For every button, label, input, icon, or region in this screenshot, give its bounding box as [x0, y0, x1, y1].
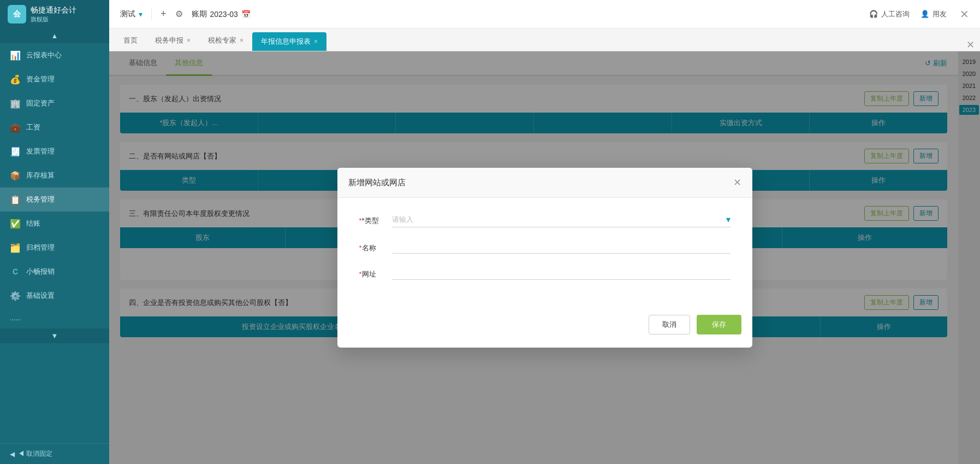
sidebar-item-inventory[interactable]: 📦 库存核算 — [0, 163, 109, 187]
payroll-icon: 💼 — [10, 122, 21, 133]
headset-icon: 🎧 — [869, 10, 878, 18]
calendar-icon[interactable]: 📅 — [241, 10, 251, 19]
invoice-icon: 🧾 — [10, 146, 21, 157]
tab-tax-inspect[interactable]: 税检专家 × — [199, 31, 252, 51]
type-input-wrap: ▾ — [392, 214, 730, 227]
tab-annual-report[interactable]: 年报信息申报表 × — [252, 32, 326, 51]
company-dropdown-icon: ▾ — [139, 10, 142, 19]
unpin-label: ◀ 取消固定 — [18, 449, 52, 459]
tax-icon: 📋 — [10, 194, 21, 205]
unpin-icon: ◀ — [10, 450, 15, 458]
modal-close-button[interactable]: ✕ — [733, 177, 741, 189]
tab-tax-declare-label: 税务申报 — [155, 36, 183, 45]
topbar-divider-1 — [151, 9, 152, 20]
more-label: ...... — [10, 314, 21, 322]
content-area: 基础信息 其他信息 ↺ 刷新 一、股东（发起人）出资情况 复制上年度 — [109, 51, 980, 464]
sidebar-item-report[interactable]: C 小畅报销 — [0, 260, 109, 284]
report-icon: C — [10, 266, 21, 277]
cloud-report-icon: 📊 — [10, 50, 21, 61]
tab-tax-inspect-close[interactable]: × — [240, 37, 243, 44]
form-row-type: **类型 ▾ — [359, 214, 730, 227]
modal-header: 新增网站或网店 ✕ — [337, 168, 752, 198]
sidebar-item-label: 库存核算 — [26, 171, 55, 180]
sidebar: 会 畅捷通好会计 旗舰版 ▲ 📊 云报表中心 💰 资金管理 🏢 固定资产 💼 工… — [0, 0, 109, 464]
save-button[interactable]: 保存 — [697, 315, 741, 334]
logo-icon: 会 — [8, 5, 26, 24]
sidebar-item-payroll[interactable]: 💼 工资 — [0, 115, 109, 139]
tab-annual-report-label: 年报信息申报表 — [261, 37, 311, 46]
gear-button[interactable]: ⚙ — [175, 9, 183, 19]
company-selector[interactable]: 测试 ▾ — [120, 9, 142, 19]
name-label-text: 名称 — [362, 244, 376, 252]
modal-title: 新增网站或网店 — [348, 178, 406, 188]
add-website-modal: 新增网站或网店 ✕ **类型 ▾ — [337, 168, 752, 348]
tab-annual-report-close[interactable]: × — [314, 38, 318, 45]
tab-home[interactable]: 首页 — [115, 31, 146, 51]
sidebar-item-fixed-assets[interactable]: 🏢 固定资产 — [0, 91, 109, 115]
sidebar-scroll-up[interactable]: ▲ — [0, 28, 109, 43]
name-input[interactable] — [392, 243, 730, 251]
url-label: *网址 — [359, 269, 392, 279]
user-menu[interactable]: 👤 用友 — [920, 9, 947, 19]
sidebar-item-settle[interactable]: ✅ 结账 — [0, 212, 109, 236]
tab-tax-declare[interactable]: 税务申报 × — [146, 31, 199, 51]
sidebar-nav: ▲ 📊 云报表中心 💰 资金管理 🏢 固定资产 💼 工资 🧾 发票管理 📦 库存… — [0, 28, 109, 443]
url-label-text: 网址 — [362, 270, 376, 278]
fund-icon: 💰 — [10, 74, 21, 85]
unpin-button[interactable]: ◀ ◀ 取消固定 — [0, 443, 109, 464]
consult-button[interactable]: 🎧 人工咨询 — [869, 9, 910, 19]
sidebar-item-label: 工资 — [26, 122, 40, 132]
sidebar-item-fund[interactable]: 💰 资金管理 — [0, 67, 109, 91]
sidebar-item-settings[interactable]: ⚙️ 基础设置 — [0, 284, 109, 308]
sidebar-item-label: 云报表中心 — [26, 50, 62, 60]
sidebar-item-more[interactable]: ...... — [0, 308, 109, 328]
settle-icon: ✅ — [10, 218, 21, 229]
inventory-icon: 📦 — [10, 170, 21, 181]
tab-tax-inspect-label: 税检专家 — [208, 36, 236, 45]
add-company-button[interactable]: + — [161, 8, 167, 20]
settings-icon: ⚙️ — [10, 290, 21, 301]
period-value: 2023-03 — [210, 10, 238, 19]
form-row-name: *名称 — [359, 243, 730, 254]
cancel-button[interactable]: 取消 — [649, 315, 690, 334]
type-input[interactable] — [392, 215, 726, 224]
sidebar-item-label: 发票管理 — [26, 146, 55, 156]
sidebar-item-label: 基础设置 — [26, 291, 55, 301]
sidebar-item-tax[interactable]: 📋 税务管理 — [0, 187, 109, 212]
sidebar-item-invoice[interactable]: 🧾 发票管理 — [0, 139, 109, 163]
tab-home-label: 首页 — [123, 36, 138, 45]
type-label: **类型 — [359, 216, 392, 226]
logo-text: 畅捷通好会计 旗舰版 — [31, 5, 76, 23]
name-input-wrap — [392, 243, 730, 254]
period-display: 账期 2023-03 📅 — [192, 9, 251, 19]
period-label: 账期 — [192, 9, 207, 19]
sidebar-scroll-down[interactable]: ▼ — [0, 328, 109, 343]
user-icon: 👤 — [920, 10, 929, 18]
sidebar-item-label: 固定资产 — [26, 98, 55, 108]
sidebar-item-label: 归档管理 — [26, 243, 55, 252]
main-area: 测试 ▾ + ⚙ 账期 2023-03 📅 🎧 人工咨询 👤 用友 ✕ 首页 — [109, 0, 980, 464]
modal-footer: 取消 保存 — [337, 306, 752, 348]
url-input[interactable] — [392, 269, 730, 277]
sidebar-item-label: 结账 — [26, 219, 40, 228]
close-all-tabs-button[interactable]: ✕ — [966, 39, 975, 51]
tab-tax-declare-close[interactable]: × — [187, 37, 191, 44]
url-input-wrap — [392, 269, 730, 280]
modal-body: **类型 ▾ *名称 — [337, 198, 752, 306]
company-name: 测试 — [120, 9, 135, 19]
sidebar-item-label: 小畅报销 — [26, 267, 55, 277]
tab-bar: 首页 税务申报 × 税检专家 × 年报信息申报表 × ✕ — [109, 28, 980, 51]
sidebar-logo: 会 畅捷通好会计 旗舰版 — [0, 0, 109, 28]
name-label: *名称 — [359, 243, 392, 253]
sidebar-item-archive[interactable]: 🗂️ 归档管理 — [0, 236, 109, 260]
form-row-url: *网址 — [359, 269, 730, 280]
sidebar-item-label: 税务管理 — [26, 195, 55, 204]
topbar: 测试 ▾ + ⚙ 账期 2023-03 📅 🎧 人工咨询 👤 用友 ✕ — [109, 0, 980, 28]
type-dropdown-arrow[interactable]: ▾ — [726, 214, 730, 225]
modal-overlay: 新增网站或网店 ✕ **类型 ▾ — [109, 51, 980, 464]
type-label-text: *类型 — [362, 216, 379, 225]
sidebar-item-cloud-report[interactable]: 📊 云报表中心 — [0, 43, 109, 67]
archive-icon: 🗂️ — [10, 242, 21, 253]
sidebar-item-label: 资金管理 — [26, 74, 55, 84]
window-close-button[interactable]: ✕ — [960, 8, 969, 21]
